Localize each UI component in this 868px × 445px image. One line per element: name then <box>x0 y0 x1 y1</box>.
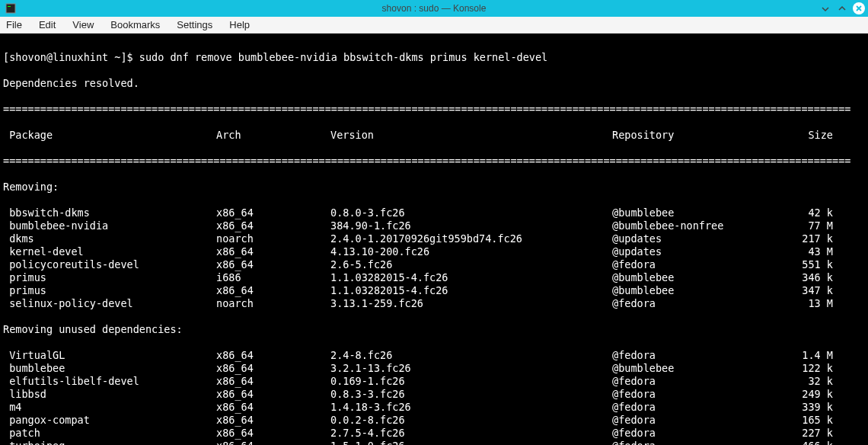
cell-arch: x86_64 <box>216 219 330 232</box>
cell-package: bumblebee <box>3 362 216 375</box>
table-header: PackageArchVersionRepositorySize <box>3 129 865 142</box>
cell-repository: @fedora <box>612 414 787 427</box>
cell-version: 3.13.1-259.fc26 <box>330 297 612 310</box>
divider-line: ========================================… <box>3 103 865 116</box>
cell-repository: @bumblebee-nonfree <box>612 219 787 232</box>
app-icon <box>5 2 17 14</box>
cell-arch: x86_64 <box>216 362 330 375</box>
cell-package: bbswitch-dkms <box>3 206 216 219</box>
close-button[interactable] <box>853 2 865 14</box>
cell-version: 0.8.3-3.fc26 <box>330 388 612 401</box>
cell-arch: noarch <box>216 232 330 245</box>
menubar: File Edit View Bookmarks Settings Help <box>0 17 868 34</box>
menu-view[interactable]: View <box>72 19 94 30</box>
table-row: libbsdx86_640.8.3-3.fc26@fedora249 k <box>3 388 865 401</box>
cell-version: 3.2.1-13.fc26 <box>330 362 612 375</box>
cell-package: VirtualGL <box>3 349 216 362</box>
cell-repository: @fedora <box>612 258 787 271</box>
menu-bookmarks[interactable]: Bookmarks <box>110 19 160 30</box>
cell-version: 1.4.18-3.fc26 <box>330 401 612 414</box>
cell-repository: @fedora <box>612 440 787 445</box>
cell-package: turbojpeg <box>3 440 216 445</box>
cell-size: 1.4 M <box>787 349 833 362</box>
command-text: sudo dnf remove bumblebee-nvidia bbswitc… <box>139 51 547 63</box>
cell-arch: x86_64 <box>216 284 330 297</box>
cell-version: 2.6-5.fc26 <box>330 258 612 271</box>
header-version: Version <box>330 129 612 142</box>
cell-package: policycoreutils-devel <box>3 258 216 271</box>
table-row: bumblebee-nvidiax86_64384.90-1.fc26@bumb… <box>3 219 865 232</box>
cell-arch: x86_64 <box>216 349 330 362</box>
cell-package: primus <box>3 284 216 297</box>
table-row: policycoreutils-develx86_642.6-5.fc26@fe… <box>3 258 865 271</box>
cell-repository: @fedora <box>612 427 787 440</box>
terminal[interactable]: [shovon@linuxhint ~]$ sudo dnf remove bu… <box>0 34 868 445</box>
cell-arch: noarch <box>216 297 330 310</box>
svg-rect-0 <box>6 4 15 13</box>
cell-repository: @fedora <box>612 297 787 310</box>
cell-package: dkms <box>3 232 216 245</box>
section-removing: Removing: <box>3 181 865 194</box>
table-row: primusx86_641.1.03282015-4.fc26@bumblebe… <box>3 284 865 297</box>
cell-repository: @bumblebee <box>612 271 787 284</box>
cell-version: 0.0.2-8.fc26 <box>330 414 612 427</box>
cell-size: 165 k <box>787 414 833 427</box>
cell-version: 1.5.1-0.fc26 <box>330 440 612 445</box>
header-package: Package <box>3 129 216 142</box>
header-arch: Arch <box>216 129 330 142</box>
command-line: [shovon@linuxhint ~]$ sudo dnf remove bu… <box>3 51 865 64</box>
cell-version: 2.7.5-4.fc26 <box>330 427 612 440</box>
cell-version: 384.90-1.fc26 <box>330 219 612 232</box>
cell-arch: x86_64 <box>216 388 330 401</box>
table-row: VirtualGLx86_642.4-8.fc26@fedora1.4 M <box>3 349 865 362</box>
cell-version: 2.4.0-1.20170926git959bd74.fc26 <box>330 232 612 245</box>
cell-size: 42 k <box>787 206 833 219</box>
minimize-button[interactable] <box>819 2 831 14</box>
cell-arch: i686 <box>216 271 330 284</box>
table-row: dkmsnoarch2.4.0-1.20170926git959bd74.fc2… <box>3 232 865 245</box>
table-row: bbswitch-dkmsx86_640.8.0-3.fc26@bumblebe… <box>3 206 865 219</box>
menu-file[interactable]: File <box>6 19 22 30</box>
divider-line: ========================================… <box>3 155 865 168</box>
menu-help[interactable]: Help <box>229 19 250 30</box>
cell-package: pangox-compat <box>3 414 216 427</box>
cell-repository: @fedora <box>612 375 787 388</box>
table-row: elfutils-libelf-develx86_640.169-1.fc26@… <box>3 375 865 388</box>
cell-size: 122 k <box>787 362 833 375</box>
cell-size: 346 k <box>787 271 833 284</box>
cell-package: selinux-policy-devel <box>3 297 216 310</box>
cell-size: 339 k <box>787 401 833 414</box>
cell-size: 347 k <box>787 284 833 297</box>
cell-arch: x86_64 <box>216 440 330 445</box>
cell-version: 0.8.0-3.fc26 <box>330 206 612 219</box>
table-row: m4x86_641.4.18-3.fc26@fedora339 k <box>3 401 865 414</box>
cell-size: 217 k <box>787 232 833 245</box>
cell-version: 0.169-1.fc26 <box>330 375 612 388</box>
cell-package: elfutils-libelf-devel <box>3 375 216 388</box>
svg-rect-1 <box>8 6 11 7</box>
cell-size: 227 k <box>787 427 833 440</box>
cell-repository: @fedora <box>612 388 787 401</box>
cell-arch: x86_64 <box>216 414 330 427</box>
cell-package: kernel-devel <box>3 245 216 258</box>
table-row: bumblebeex86_643.2.1-13.fc26@bumblebee12… <box>3 362 865 375</box>
cell-size: 551 k <box>787 258 833 271</box>
maximize-button[interactable] <box>836 2 848 14</box>
cell-arch: x86_64 <box>216 258 330 271</box>
cell-size: 32 k <box>787 375 833 388</box>
table-row: selinux-policy-develnoarch3.13.1-259.fc2… <box>3 297 865 310</box>
menu-settings[interactable]: Settings <box>177 19 212 30</box>
cell-repository: @bumblebee <box>612 284 787 297</box>
cell-arch: x86_64 <box>216 375 330 388</box>
header-size: Size <box>787 129 833 142</box>
cell-package: m4 <box>3 401 216 414</box>
cell-size: 43 M <box>787 245 833 258</box>
cell-package: bumblebee-nvidia <box>3 219 216 232</box>
cell-package: libbsd <box>3 388 216 401</box>
menu-edit[interactable]: Edit <box>39 19 56 30</box>
window-titlebar: shovon : sudo — Konsole <box>0 0 868 17</box>
cell-size: 13 M <box>787 297 833 310</box>
cell-version: 1.1.03282015-4.fc26 <box>330 284 612 297</box>
cell-repository: @bumblebee <box>612 206 787 219</box>
cell-repository: @updates <box>612 245 787 258</box>
